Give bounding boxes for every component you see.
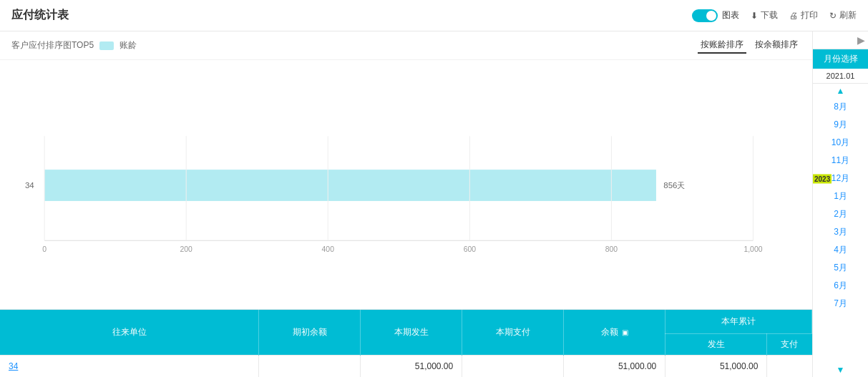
sidebar-month-item-9[interactable]: 9月 [813, 116, 868, 134]
table-row: 34 51,000.00 51,000.00 51,000.00 [0, 356, 812, 378]
download-button[interactable]: ⬇ 下载 [751, 9, 778, 21]
svg-text:800: 800 [605, 245, 618, 253]
refresh-label: 刷新 [839, 9, 857, 21]
sidebar-month-item-6[interactable]: 6月 [813, 277, 868, 295]
month-nav-down[interactable]: ▼ [813, 363, 868, 377]
col-balance-header: 余额 ▣ [564, 310, 665, 356]
svg-text:400: 400 [322, 245, 335, 253]
sidebar-month-item-11[interactable]: 11月 [813, 152, 868, 170]
refresh-button[interactable]: ↻ 刷新 [829, 9, 857, 21]
sidebar-month-item-12[interactable]: 12月 2023 [813, 170, 868, 187]
header-actions: 图表 ⬇ 下载 🖨 打印 ↻ 刷新 [692, 9, 857, 22]
sidebar-current-period: 2021.01 [813, 69, 868, 84]
collapse-icon[interactable]: ▶ [857, 34, 865, 46]
main-content: 客户应付排序图TOP5 账龄 按账龄排序 按余额排序 34 [0, 31, 868, 377]
app-header: 应付统计表 图表 ⬇ 下载 🖨 打印 ↻ 刷新 [0, 0, 868, 31]
chart-header: 客户应付排序图TOP5 账龄 按账龄排序 按余额排序 [0, 31, 812, 60]
chart-sort-buttons: 按账龄排序 按余额排序 [698, 37, 801, 54]
print-label: 打印 [801, 9, 818, 21]
chart-legend: 客户应付排序图TOP5 账龄 [11, 39, 137, 52]
td-payment [462, 356, 564, 378]
month-list: 8月 9月 10月 11月 12月 2023 1月 2月 3月 4月 5月 6月… [813, 98, 868, 363]
print-icon: 🖨 [789, 11, 798, 21]
download-label: 下载 [761, 9, 778, 21]
chart-toggle-switch[interactable] [692, 9, 718, 22]
td-current: 51,000.00 [361, 356, 462, 378]
sidebar-collapse[interactable]: ▶ [813, 31, 868, 49]
legend-color-swatch [99, 41, 114, 50]
svg-text:1,000: 1,000 [743, 245, 762, 253]
sort-by-balance-button[interactable]: 按账龄排序 [698, 37, 746, 54]
legend-item-label: 账龄 [120, 39, 137, 52]
td-ytd-pay [767, 356, 812, 378]
month-nav-up[interactable]: ▲ [813, 84, 868, 98]
sidebar-month-header: 月份选择 [813, 49, 868, 69]
svg-text:856天: 856天 [663, 181, 685, 190]
td-opening [259, 356, 361, 378]
svg-text:200: 200 [180, 245, 193, 253]
td-source: 34 [0, 356, 259, 378]
nav-up-icon: ▲ [837, 86, 845, 96]
col-opening-header: 期初余额 [259, 310, 361, 356]
col-ytd-pay-header: 支付 [767, 334, 812, 356]
col-ytd-header: 本年累计 [665, 310, 812, 334]
sort-by-amount-button[interactable]: 按余额排序 [752, 37, 801, 54]
td-balance: 51,000.00 [564, 356, 665, 378]
chart-bar [44, 170, 656, 201]
sidebar-month-item-10[interactable]: 10月 [813, 134, 868, 152]
source-link[interactable]: 34 [9, 361, 18, 371]
right-sidebar: ▶ 月份选择 2021.01 ▲ 8月 9月 10月 11月 12月 [812, 31, 868, 377]
sidebar-month-item-1[interactable]: 1月 [813, 187, 868, 205]
chart-toggle-group[interactable]: 图表 [692, 9, 739, 22]
data-table: 往来单位 期初余额 本期发生 本期支付 余额 ▣ 本年累计 [0, 310, 812, 377]
refresh-icon: ↻ [829, 11, 837, 21]
col-source-header: 往来单位 [0, 310, 259, 356]
year-marker-badge: 2023 [813, 174, 832, 183]
sidebar-month-item-8[interactable]: 8月 [813, 98, 868, 116]
chart-svg: 34 856天 0 200 400 [7, 67, 798, 302]
col-ytd-occur-header: 发生 [665, 334, 767, 356]
svg-text:34: 34 [25, 181, 34, 190]
balance-sort-icon[interactable]: ▣ [622, 328, 628, 336]
svg-text:600: 600 [464, 245, 477, 253]
chart-toggle-label: 图表 [722, 9, 739, 21]
td-ytd-occur: 51,000.00 [665, 356, 767, 378]
nav-down-icon: ▼ [837, 365, 845, 375]
download-icon: ⬇ [751, 11, 758, 21]
sidebar-month-item-2[interactable]: 2月 [813, 205, 868, 223]
legend-title: 客户应付排序图TOP5 [11, 39, 94, 52]
col-current-header: 本期发生 [361, 310, 462, 356]
sidebar-month-item-4[interactable]: 4月 [813, 241, 868, 259]
col-payment-header: 本期支付 [462, 310, 564, 356]
page-title: 应付统计表 [11, 8, 69, 23]
sidebar-month-item-5[interactable]: 5月 [813, 259, 868, 277]
sidebar-month-item-7[interactable]: 7月 [813, 295, 868, 313]
print-button[interactable]: 🖨 打印 [789, 9, 818, 21]
sidebar-month-item-3[interactable]: 3月 [813, 223, 868, 241]
table-area: 往来单位 期初余额 本期发生 本期支付 余额 ▣ 本年累计 [0, 309, 812, 377]
svg-text:0: 0 [42, 245, 47, 253]
chart-table-area: 客户应付排序图TOP5 账龄 按账龄排序 按余额排序 34 [0, 31, 812, 377]
chart-body: 34 856天 0 200 400 [0, 60, 812, 309]
